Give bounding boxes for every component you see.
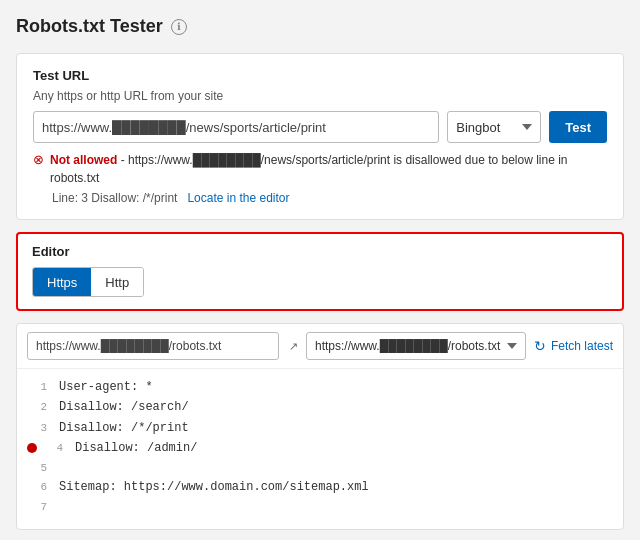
editor-title: Editor — [32, 244, 608, 259]
external-link-icon[interactable]: ↗ — [289, 340, 298, 353]
test-url-subtitle: Any https or http URL from your site — [33, 89, 607, 103]
code-line-6: 6 Sitemap: https://www.domain.com/sitema… — [17, 477, 623, 497]
info-icon[interactable]: ℹ — [171, 19, 187, 35]
code-line-5: 5 — [17, 459, 623, 478]
page-title: Robots.txt Tester — [16, 16, 163, 37]
line-info: Line: 3 Disallow: /*/print Locate in the… — [52, 191, 607, 205]
result-status: Not allowed — [50, 153, 117, 167]
code-line-3: 3 Disallow: /*/print — [17, 418, 623, 438]
result-error-icon: ⊗ — [33, 152, 44, 167]
code-line-1: 1 User-agent: * — [17, 377, 623, 397]
refresh-icon: ↻ — [534, 338, 546, 354]
test-result-row: ⊗ Not allowed - https://www.████████/new… — [33, 151, 607, 187]
editor-content: ↗ https://www.████████/robots.txt ↻ Fetc… — [16, 323, 624, 530]
tab-https[interactable]: Https — [33, 268, 91, 296]
editor-url-row: ↗ https://www.████████/robots.txt ↻ Fetc… — [17, 324, 623, 369]
editor-url-input[interactable] — [27, 332, 279, 360]
fetch-label: Fetch latest — [551, 339, 613, 353]
code-line-7: 7 — [17, 498, 623, 517]
code-area: 1 User-agent: * 2 Disallow: /search/ 3 D… — [17, 369, 623, 529]
code-line-2: 2 Disallow: /search/ — [17, 397, 623, 417]
test-url-card: Test URL Any https or http URL from your… — [16, 53, 624, 220]
editor-tab-group: Https Http — [32, 267, 144, 297]
result-message: - https://www.████████/news/sports/artic… — [50, 153, 568, 185]
editor-card: Editor Https Http — [16, 232, 624, 311]
test-url-title: Test URL — [33, 68, 607, 83]
code-line-4: 4 Disallow: /admin/ — [17, 438, 623, 458]
editor-url-select[interactable]: https://www.████████/robots.txt — [306, 332, 526, 360]
fetch-latest-button[interactable]: ↻ Fetch latest — [534, 338, 613, 354]
locate-in-editor-link[interactable]: Locate in the editor — [187, 191, 289, 205]
test-button[interactable]: Test — [549, 111, 607, 143]
tab-http[interactable]: Http — [91, 268, 143, 296]
bot-selector[interactable]: Bingbot Googlebot Slurp — [447, 111, 541, 143]
result-text: Not allowed - https://www.████████/news/… — [50, 151, 607, 187]
test-url-input[interactable] — [33, 111, 439, 143]
error-dot-icon — [27, 443, 37, 453]
